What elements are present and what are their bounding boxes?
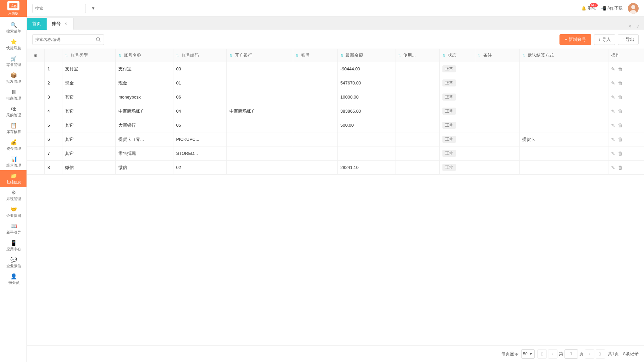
col-status[interactable]: ⇅ 状态 (440, 49, 475, 62)
sidebar-item-enterprise-wechat[interactable]: 💬 企业微信 (0, 254, 26, 271)
row-remark-cell (475, 90, 520, 104)
edit-icon[interactable]: ✎ (611, 165, 615, 170)
delete-icon[interactable]: 🗑 (618, 123, 623, 128)
edit-icon[interactable]: ✎ (611, 137, 615, 142)
per-page-select[interactable]: 50 ▼ (521, 349, 534, 359)
edit-icon[interactable]: ✎ (611, 95, 615, 100)
prev-page-button[interactable]: ‹ (548, 349, 557, 359)
first-page-button[interactable]: ⟪ (537, 349, 547, 359)
row-default-payment-cell (520, 118, 608, 132)
sidebar-item-quick-nav[interactable]: ⭐ 快捷导航 (0, 36, 26, 53)
col-code-label: 账号编码 (181, 53, 199, 58)
member-icon: 👤 (10, 273, 17, 280)
col-settings[interactable]: ⚙ (27, 49, 45, 62)
col-bank[interactable]: ⇅ 开户银行 (226, 49, 293, 62)
row-status-cell: 正常 (440, 90, 475, 104)
tab-account[interactable]: 账号 ✕ (47, 18, 74, 30)
col-account[interactable]: ⇅ 账号 (293, 49, 337, 62)
col-name[interactable]: ⇅ 账号名称 (116, 49, 173, 62)
sidebar-item-label: 应用中心 (6, 247, 21, 252)
row-account-cell (293, 161, 337, 175)
header-dropdown[interactable]: ▼ (90, 6, 95, 11)
status-badge: 正常 (442, 164, 456, 171)
row-index-cell: 5 (45, 118, 62, 132)
edit-icon[interactable]: ✎ (611, 123, 615, 128)
sidebar-item-purchase[interactable]: 🛍 采购管理 (0, 103, 26, 120)
search-button[interactable] (93, 35, 104, 45)
next-page-button[interactable]: › (585, 349, 594, 359)
sidebar-item-inventory[interactable]: 📋 库存核算 (0, 120, 26, 137)
delete-icon[interactable]: 🗑 (618, 66, 623, 72)
purchase-icon: 🛍 (11, 106, 16, 112)
col-code[interactable]: ⇅ 账号编码 (173, 49, 227, 62)
main-area: ▼ 🔔 消息 99+ 📲 App下载 首页 (27, 0, 644, 362)
col-type[interactable]: ⇅ 账号类型 (62, 49, 116, 62)
delete-icon[interactable]: 🗑 (618, 80, 623, 86)
import-icon: ↓ (598, 37, 601, 42)
row-balance-cell: 500.00 (337, 118, 395, 132)
last-page-button[interactable]: ⟫ (596, 349, 605, 359)
sidebar-item-search-menu[interactable]: 🔍 搜索菜单 (0, 19, 26, 36)
sidebar-item-label: 电商管理 (6, 96, 21, 101)
status-badge: 正常 (442, 122, 456, 129)
tab-close-window-button[interactable]: ✕ (627, 23, 633, 30)
app-download-button[interactable]: 📲 App下载 (601, 5, 623, 11)
sidebar-item-basic-info[interactable]: 📁 基础信息 (0, 170, 26, 187)
edit-icon[interactable]: ✎ (611, 66, 615, 72)
sidebar-item-new-guide[interactable]: 📖 新手引导 (0, 221, 26, 237)
delete-icon[interactable]: 🗑 (618, 109, 623, 114)
delete-icon[interactable]: 🗑 (618, 95, 623, 100)
row-index-cell: 2 (45, 76, 62, 90)
row-code-cell: PICKUPC... (173, 132, 227, 146)
dropdown-chevron-icon: ▼ (91, 6, 95, 11)
sidebar-item-retail[interactable]: 🛒 零售管理 (0, 53, 26, 70)
edit-icon[interactable]: ✎ (611, 109, 615, 114)
export-icon: ↑ (622, 37, 625, 42)
col-remark[interactable]: ⇅ 备注 (475, 49, 520, 62)
sort-icon-type: ⇅ (65, 54, 68, 57)
sidebar-item-ecommerce[interactable]: 🖥 电商管理 (0, 86, 26, 103)
col-actions: 操作 (608, 49, 644, 62)
row-name-cell: 零售抵现 (116, 146, 173, 161)
sidebar-item-capital[interactable]: 💰 资金管理 (0, 137, 26, 154)
row-default-payment-cell: 提货卡 (520, 132, 608, 146)
total-info: 共1页，8条记录 (608, 351, 639, 357)
col-usage[interactable]: ⇅ 使用... (395, 49, 439, 62)
delete-icon[interactable]: 🗑 (618, 151, 623, 156)
tab-home[interactable]: 首页 (27, 18, 47, 30)
delete-icon[interactable]: 🗑 (618, 137, 623, 142)
delete-icon[interactable]: 🗑 (618, 165, 623, 170)
tab-close-button[interactable]: ✕ (63, 21, 68, 26)
col-status-label: 状态 (448, 53, 457, 58)
top-search-input[interactable] (32, 4, 86, 13)
notification-badge: 99+ (590, 3, 597, 7)
export-button[interactable]: ↑ 导出 (618, 34, 639, 45)
row-settings-cell (27, 104, 45, 118)
row-usage-cell (395, 146, 439, 161)
sidebar-item-system[interactable]: ⚙ 系统管理 (0, 187, 26, 204)
row-name-cell: 中百商场账户 (116, 104, 173, 118)
sidebar-item-app-center[interactable]: 📱 应用中心 (0, 237, 26, 254)
sidebar-item-enterprise-agreement[interactable]: 🤝 企业协同 (0, 204, 26, 221)
col-balance[interactable]: ⇅ 最新余额 (337, 49, 395, 62)
app-download-icon: 📲 (601, 6, 606, 11)
col-default-payment[interactable]: ⇅ 默认结算方式 (520, 49, 608, 62)
notification-button[interactable]: 🔔 消息 99+ (581, 5, 596, 11)
tab-maximize-button[interactable]: ⤢ (635, 23, 641, 30)
edit-icon[interactable]: ✎ (611, 80, 615, 86)
settings-icon[interactable]: ⚙ (34, 53, 38, 58)
row-balance-cell: -90444.00 (337, 62, 395, 76)
account-search-input[interactable] (33, 35, 93, 45)
page-input[interactable] (565, 349, 578, 359)
edit-icon[interactable]: ✎ (611, 151, 615, 156)
row-type-cell: 微信 (62, 161, 116, 175)
import-button[interactable]: ↓ 导入 (594, 34, 615, 45)
sort-icon-name: ⇅ (118, 54, 121, 57)
sidebar-item-member[interactable]: 👤 畅会员 (0, 271, 26, 288)
row-usage-cell (395, 118, 439, 132)
search-wrap (32, 34, 104, 45)
user-avatar[interactable] (628, 3, 639, 14)
sidebar-item-wholesale[interactable]: 📦 批发管理 (0, 70, 26, 86)
sidebar-item-operation[interactable]: 📊 经营管理 (0, 154, 26, 170)
add-account-button[interactable]: + 新增账号 (559, 34, 591, 45)
